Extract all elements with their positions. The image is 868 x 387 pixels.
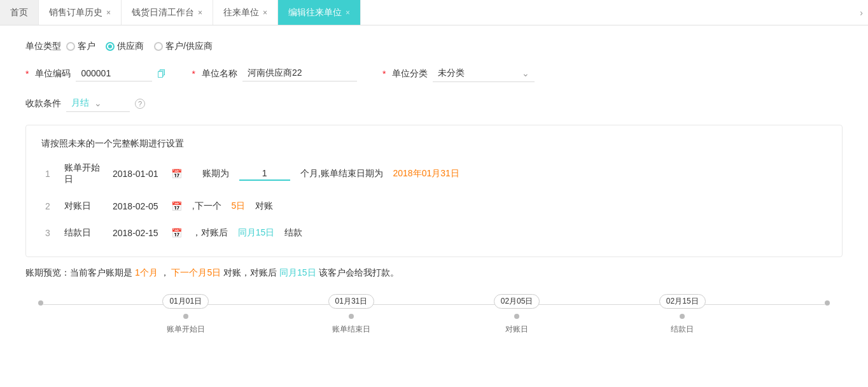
period-label-3: 结款日: [64, 227, 102, 239]
period-num-3: 3: [41, 228, 54, 238]
preview-sep1: ，: [160, 267, 169, 278]
timeline-wrapper: 01月01日 账单开始日 01月31日 账单结束日 02月05日 对账日 02月…: [25, 294, 843, 335]
period-num-2: 2: [41, 201, 54, 211]
tab-sales-history[interactable]: 销售订单历史 ×: [39, 0, 122, 25]
tab-sales-history-label: 销售订单历史: [49, 7, 102, 18]
tab-partner-list-label: 往来单位: [223, 7, 259, 18]
tab-partner-list[interactable]: 往来单位 ×: [213, 0, 278, 25]
period-section-box: 请按照未来的一个完整帐期进行设置 1 账单开始日 2018-01-01 📅 账期…: [25, 125, 843, 257]
tab-edit-partner-label: 编辑往来单位: [288, 7, 342, 18]
period-text-2a: ,下一个: [192, 201, 221, 212]
timeline-label-2: 账单结束日: [332, 324, 370, 335]
period-end-date-1: 2018年01月31日: [393, 168, 459, 179]
radio-supplier-label: 供应商: [117, 41, 144, 52]
preview-end: 该客户会给我打款。: [319, 267, 399, 278]
payment-condition-label: 收款条件: [25, 98, 61, 109]
timeline-left-dot: [38, 300, 43, 306]
tab-home[interactable]: 首页: [0, 0, 39, 25]
unit-name-group: * 单位名称: [192, 66, 356, 81]
timeline-badge-1: 01月01日: [162, 294, 209, 309]
unit-info-row: * 单位编码 🗍 * 单位名称 * 单位分类 未分类 ⌄: [25, 65, 843, 82]
unit-category-label: 单位分类: [392, 68, 428, 80]
radio-both-label: 客户/供应商: [165, 41, 213, 52]
period-highlight-2: 5日: [232, 201, 246, 212]
preview-section: 账期预览：当前客户账期是 1个月 ， 下一个月5日 对账，对账后 同月15日 该…: [25, 257, 843, 294]
period-label-2: 对账日: [64, 201, 102, 212]
period-cal-2[interactable]: 📅: [171, 201, 182, 211]
tab-cash-work-close[interactable]: ×: [198, 8, 202, 17]
period-row-3: 3 结款日 2018-02-15 📅 ，对账后 同月15日 结款: [41, 227, 827, 239]
payment-condition-dropdown[interactable]: 月结 ⌄: [66, 95, 130, 112]
unit-category-chevron: ⌄: [522, 68, 529, 78]
timeline-point-1: 01月01日 账单开始日: [162, 294, 209, 335]
period-date-3: 2018-02-15: [113, 228, 158, 238]
payment-condition-value: 月结: [71, 97, 89, 109]
tab-more-arrow[interactable]: ›: [855, 0, 868, 25]
radio-supplier[interactable]: 供应商: [106, 41, 144, 52]
timeline-dot-3: [514, 314, 519, 319]
tab-edit-partner[interactable]: 编辑往来单位 ×: [278, 0, 361, 25]
timeline-dot-4: [680, 314, 685, 319]
period-row-1: 1 账单开始日 2018-01-01 📅 账期为 个月,账单结束日期为 2018…: [41, 162, 827, 185]
period-text-3a: ，对账后: [192, 227, 228, 239]
period-row-2: 2 对账日 2018-02-05 📅 ,下一个 5日 对账: [41, 201, 827, 212]
unit-code-icon[interactable]: 🗍: [157, 69, 166, 79]
unit-category-dropdown[interactable]: 未分类 ⌄: [433, 65, 535, 82]
timeline-point-4: 02月15日 结款日: [659, 294, 706, 335]
period-num-1: 1: [41, 169, 54, 179]
section-title: 请按照未来的一个完整帐期进行设置: [41, 138, 827, 150]
preview-part1: 1个月: [135, 267, 158, 278]
radio-customer-label: 客户: [78, 41, 95, 52]
unit-category-group: * 单位分类 未分类 ⌄: [382, 65, 535, 82]
tab-cash-work-label: 钱货日清工作台: [132, 7, 194, 18]
unit-type-label: 单位类型: [25, 41, 61, 52]
timeline-label-4: 结款日: [671, 324, 694, 335]
tab-partner-list-close[interactable]: ×: [263, 8, 267, 17]
timeline-label-3: 对账日: [505, 324, 528, 335]
payment-condition-help[interactable]: ?: [135, 99, 145, 109]
preview-mid: 对账，对账后: [223, 267, 277, 278]
timeline-point-3: 02月05日 对账日: [494, 294, 540, 335]
unit-name-star: *: [192, 69, 195, 79]
period-text-1b: 个月,账单结束日期为: [300, 168, 383, 179]
unit-code-input[interactable]: [76, 66, 152, 81]
timeline-right-dot: [825, 300, 830, 306]
tab-cash-work[interactable]: 钱货日清工作台 ×: [122, 0, 213, 25]
unit-type-radio-group: 客户 供应商 客户/供应商: [66, 41, 213, 52]
period-highlight-3: 同月15日: [238, 227, 275, 239]
unit-name-input[interactable]: [242, 66, 357, 81]
unit-type-row: 单位类型 客户 供应商 客户/供应商: [25, 41, 843, 52]
preview-label: 账期预览：当前客户账期是: [25, 267, 132, 278]
period-label-1: 账单开始日: [64, 162, 102, 185]
preview-part2: 下一个月5日: [171, 267, 221, 278]
timeline-label-1: 账单开始日: [167, 324, 205, 335]
period-cal-1[interactable]: 📅: [171, 169, 182, 179]
preview-part3: 同月15日: [279, 267, 316, 278]
period-text-1a: 账期为: [202, 168, 229, 179]
unit-category-star: *: [382, 69, 386, 79]
tab-edit-partner-close[interactable]: ×: [346, 8, 350, 17]
tab-sales-history-close[interactable]: ×: [106, 8, 111, 17]
timeline-points: 01月01日 账单开始日 01月31日 账单结束日 02月05日 对账日 02月…: [38, 294, 830, 335]
period-date-1: 2018-01-01: [113, 169, 158, 179]
period-date-2: 2018-02-05: [113, 201, 158, 211]
radio-both-circle: [154, 42, 163, 51]
timeline-badge-3: 02月05日: [494, 294, 540, 309]
tab-bar: 首页 销售订单历史 × 钱货日清工作台 × 往来单位 × 编辑往来单位 × ›: [0, 0, 868, 25]
radio-both[interactable]: 客户/供应商: [154, 41, 213, 52]
tab-home-label: 首页: [10, 7, 28, 18]
timeline-dot-1: [183, 314, 188, 319]
timeline-badge-4: 02月15日: [659, 294, 706, 309]
period-text-2b: 对账: [255, 201, 273, 212]
period-cal-3[interactable]: 📅: [171, 228, 182, 238]
radio-customer-circle: [66, 42, 75, 51]
payment-condition-row: 收款条件 月结 ⌄ ?: [25, 95, 843, 112]
radio-customer[interactable]: 客户: [66, 41, 95, 52]
timeline-dot-2: [349, 314, 354, 319]
unit-name-label: 单位名称: [202, 68, 237, 80]
unit-code-star: *: [25, 69, 29, 79]
period-months-input[interactable]: [239, 167, 290, 181]
period-text-3b: 结款: [284, 227, 302, 239]
unit-code-label: 单位编码: [35, 68, 71, 80]
payment-condition-chevron: ⌄: [94, 98, 102, 108]
